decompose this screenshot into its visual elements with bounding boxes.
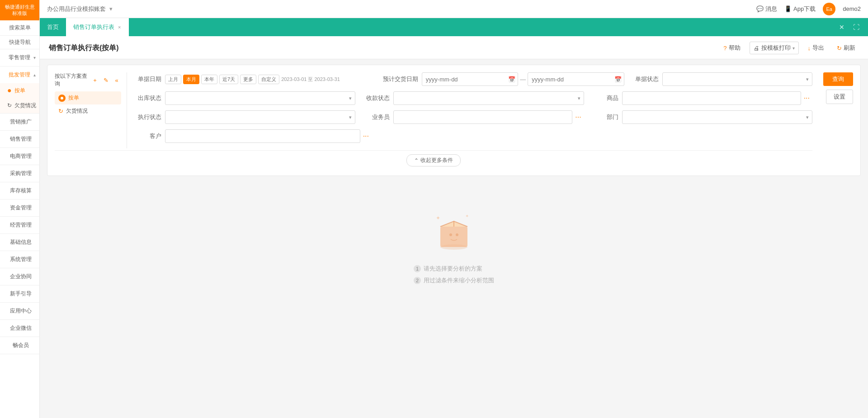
- sidebar-item-basic-info[interactable]: 基础信息: [0, 234, 39, 251]
- sales-rep-select-wrap: ···: [393, 110, 584, 124]
- add-solution-btn[interactable]: +: [90, 76, 99, 85]
- date-btn-last-month[interactable]: 上月: [165, 75, 181, 84]
- empty-num-2: 2: [414, 277, 421, 284]
- empty-item-1: 1 请先选择要分析的方案: [414, 263, 494, 275]
- radio-icon: ●: [7, 87, 12, 94]
- collapse-btn[interactable]: ⌃ 收起更多条件: [406, 154, 461, 166]
- date-to-input[interactable]: [528, 72, 624, 86]
- date-from-input[interactable]: [422, 72, 518, 86]
- tab-sales-execution[interactable]: 销售订单执行表 ×: [66, 18, 129, 36]
- window-close-btn[interactable]: ✕: [835, 21, 848, 33]
- date-btn-7days[interactable]: 近7天: [219, 75, 238, 84]
- status-chevron-icon: ▾: [806, 76, 809, 82]
- filter-row-3: 执行状态 ▾ 业务员: [134, 110, 812, 124]
- sidebar-item-app-center[interactable]: 应用中心: [0, 303, 39, 319]
- sidebar-item-wholesale[interactable]: 批发管理 ▴: [0, 66, 39, 83]
- username-label[interactable]: demo2: [843, 5, 861, 12]
- customer-label: 客户: [134, 132, 161, 140]
- solution-panel: 按以下方案查询 + ✎ «: [55, 72, 127, 148]
- edit-solution-btn[interactable]: ✎: [101, 76, 110, 85]
- sidebar-item-retail[interactable]: 零售管理 ▾: [0, 49, 39, 66]
- filter-field-payment-status: 收款状态 ▾: [363, 91, 584, 105]
- status-select[interactable]: [662, 72, 812, 86]
- sidebar-item-business[interactable]: 经营管理: [0, 217, 39, 233]
- date-btn-more[interactable]: 更多: [240, 75, 256, 84]
- sidebar-item-marketing[interactable]: 营销推广: [0, 114, 39, 130]
- help-btn[interactable]: ? 帮助: [720, 42, 744, 54]
- tab-close-icon[interactable]: ×: [117, 24, 122, 31]
- message-action[interactable]: 💬 消息: [756, 5, 777, 13]
- exec-status-select[interactable]: [165, 110, 355, 124]
- ship-status-select[interactable]: [165, 91, 355, 105]
- date-btn-current-month[interactable]: 本月: [183, 75, 199, 84]
- print-btn[interactable]: 🖨 按模板打印 ▾: [750, 42, 799, 54]
- date-hint: 2023-03-01 至 2023-03-31: [281, 76, 340, 83]
- sales-rep-input[interactable]: [393, 110, 572, 124]
- status-label: 单据状态: [632, 75, 659, 83]
- page-content: 销售订单执行表(按单) ? 帮助 🖨 按模板打印 ▾ ↓ 导出: [40, 36, 868, 418]
- app-download-action[interactable]: 📱 App下载: [784, 5, 816, 13]
- sidebar-sub-item-欠货情况[interactable]: ↻ 欠货情况: [0, 98, 39, 113]
- logo-text: 畅捷通好生意 标准版: [0, 4, 39, 17]
- filter-left-panel: 按以下方案查询 + ✎ «: [55, 72, 812, 148]
- goods-input[interactable]: [622, 91, 801, 105]
- date-btn-current-year[interactable]: 本年: [201, 75, 217, 84]
- sidebar-quick-nav[interactable]: 快捷导航: [0, 36, 39, 49]
- settings-btn[interactable]: 设置: [826, 90, 853, 104]
- customer-dots-btn[interactable]: ···: [360, 132, 372, 140]
- collapse-row: ⌃ 收起更多条件: [55, 150, 812, 168]
- date-quick-btns: 上月 本月 本年 近7天 更多 自定义: [165, 75, 279, 84]
- filter-field-status: 单据状态 ▾: [632, 72, 812, 86]
- query-btn[interactable]: 查询: [823, 72, 853, 86]
- svg-point-6: [456, 233, 458, 236]
- sidebar-item-purchase[interactable]: 采购管理: [0, 165, 39, 182]
- company-dropdown-icon[interactable]: ▾: [109, 5, 113, 12]
- refresh-btn[interactable]: ↻ 刷新: [833, 42, 859, 54]
- date-label: 单据日期: [134, 75, 161, 83]
- sidebar-search-menu[interactable]: 搜索菜单: [0, 20, 39, 36]
- sidebar-item-guide[interactable]: 新手引导: [0, 285, 39, 302]
- sidebar-item-wechat[interactable]: 企业微信: [0, 320, 39, 337]
- customer-input[interactable]: [165, 129, 360, 143]
- sidebar-item-inventory[interactable]: 库存核算: [0, 182, 39, 199]
- solution-item-欠货情况[interactable]: ↻ 欠货情况: [55, 104, 121, 118]
- sidebar-sub-item-按单[interactable]: ● 按单: [0, 83, 39, 98]
- topbar: 办公用品行业模拟账套 ▾ 💬 消息 📱 App下载 Ea demo2: [40, 0, 868, 18]
- svg-text:✦: ✦: [436, 215, 440, 221]
- filter-field-customer: 客户 ···: [134, 129, 372, 143]
- export-btn[interactable]: ↓ 导出: [804, 42, 828, 54]
- payment-status-select-wrap: ▾: [393, 91, 584, 105]
- sales-rep-dots-btn[interactable]: ···: [572, 113, 584, 121]
- tab-home[interactable]: 首页: [40, 18, 66, 36]
- solution-item-按单[interactable]: 按单: [55, 91, 121, 104]
- filter-row-2: 出库状态 ▾ 收款状态: [134, 91, 812, 105]
- current-company[interactable]: 办公用品行业模拟账套: [47, 5, 106, 13]
- print-icon: 🖨: [754, 45, 760, 52]
- sidebar-item-system[interactable]: 系统管理: [0, 251, 39, 268]
- message-icon: 💬: [756, 5, 764, 12]
- sidebar-item-sales[interactable]: 销售管理: [0, 131, 39, 147]
- collapse-solution-btn[interactable]: «: [112, 76, 121, 85]
- sidebar-item-cooperation[interactable]: 企业协同: [0, 268, 39, 285]
- date-to-wrap: 📅: [528, 72, 624, 86]
- empty-num-1: 1: [414, 265, 421, 272]
- expected-date-label: 预计交货日期: [383, 75, 418, 83]
- sidebar-item-member[interactable]: 畅会员: [0, 337, 39, 354]
- filter-grid: 单据日期 上月 本月 本年 近7天 更多 自定义: [127, 72, 812, 148]
- sidebar-item-finance[interactable]: 资金管理: [0, 200, 39, 216]
- goods-dots-btn[interactable]: ···: [801, 94, 812, 102]
- exec-status-select-wrap: ▾: [165, 110, 355, 124]
- payment-status-select[interactable]: [393, 91, 584, 105]
- date-btn-custom[interactable]: 自定义: [258, 75, 279, 84]
- user-avatar[interactable]: Ea: [823, 3, 835, 15]
- sidebar-item-ecommerce[interactable]: 电商管理: [0, 148, 39, 165]
- dept-select[interactable]: [622, 110, 812, 124]
- filter-row-1: 单据日期 上月 本月 本年 近7天 更多 自定义: [134, 72, 812, 86]
- window-expand-btn[interactable]: ⛶: [850, 21, 863, 33]
- date-from-wrap: 📅: [422, 72, 518, 86]
- filter-field-sales-rep: 业务员 ···: [363, 110, 584, 124]
- filter-main: 按以下方案查询 + ✎ «: [55, 72, 812, 168]
- customer-select-wrap: ···: [165, 129, 372, 143]
- refresh-icon: ↻: [7, 102, 12, 109]
- sidebar-logo[interactable]: 畅捷通好生意 标准版: [0, 0, 39, 20]
